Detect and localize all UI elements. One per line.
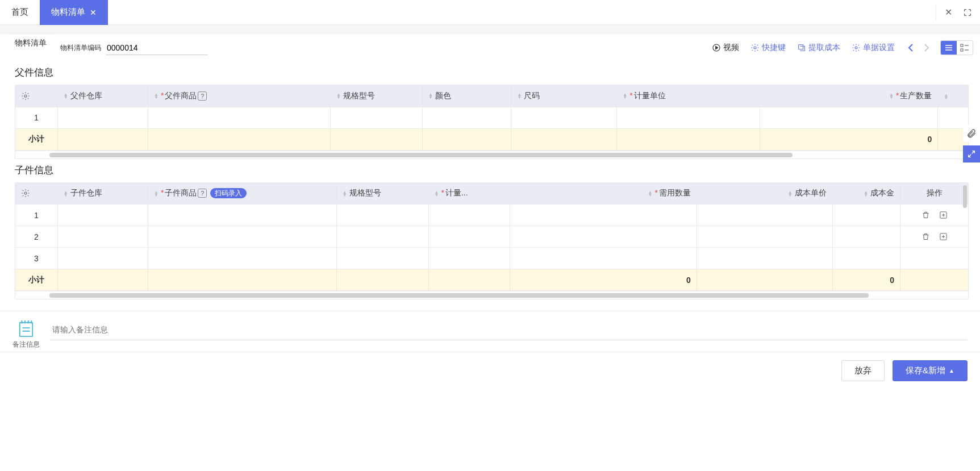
tabs-bar: 首页 物料清单 ✕ ✕ [0,0,980,25]
child-col-warehouse[interactable]: ▲▼子件仓库 [57,183,148,205]
gear-icon [750,43,760,52]
svg-rect-4 [961,44,963,47]
parent-col-warehouse[interactable]: ▲▼父件仓库 [57,85,148,107]
add-row-icon[interactable] [939,232,948,241]
gear-icon [21,189,30,198]
sort-icon: ▲▼ [864,191,868,197]
child-col-op: 操作 [900,183,968,205]
child-col-unit[interactable]: ▲▼*计量... [428,183,510,205]
svg-point-3 [855,47,857,49]
fullscreen-icon[interactable] [960,5,975,20]
action-bar: 放弃 保存&新增 ▲ [0,352,980,389]
video-link[interactable]: 视频 [712,43,739,53]
delete-row-icon[interactable] [921,232,930,241]
close-all-icon[interactable]: ✕ [936,5,956,20]
sort-icon: ▲▼ [154,191,159,197]
prev-record-button[interactable] [905,42,916,53]
view-toggle [940,40,973,55]
parent-table: ▲▼父件仓库 ▲▼*父件商品? ▲▼规格型号 ▲▼颜色 ▲▼尺码 ▲▼*计量单位… [15,85,969,159]
sort-icon: ▲▼ [64,93,68,99]
bom-code-input[interactable] [106,41,208,55]
next-record-button[interactable] [921,42,932,53]
svg-rect-5 [961,49,963,51]
parent-section-title: 父件信息 [15,61,969,85]
page-title: 物料清单 [7,35,55,52]
close-icon[interactable]: ✕ [90,8,97,17]
svg-point-6 [24,95,27,97]
parent-col-extra[interactable]: ▲▼ [938,85,968,107]
parent-col-size[interactable]: ▲▼尺码 [511,85,617,107]
child-subtotal-row: 小计 0 0 [15,269,968,291]
right-rail [963,125,980,162]
parent-hscroll[interactable] [15,151,968,159]
svg-point-7 [24,192,27,194]
help-icon[interactable]: ? [198,189,207,198]
divider [0,25,980,34]
sort-icon: ▲▼ [517,93,522,99]
remarks-section: 备注信息 [0,311,980,352]
discard-button[interactable]: 放弃 [841,360,885,381]
parent-gear-header[interactable] [15,85,57,107]
svg-point-1 [754,47,756,49]
tab-home[interactable]: 首页 [0,0,40,25]
sort-icon: ▲▼ [788,191,793,197]
scan-entry-badge[interactable]: 扫码录入 [210,188,247,198]
tab-bom[interactable]: 物料清单 ✕ [40,0,108,25]
sort-icon: ▲▼ [343,191,347,197]
parent-col-spec[interactable]: ▲▼规格型号 [331,85,423,107]
child-col-costamt[interactable]: ▲▼成本金 [832,183,900,205]
notes-icon [18,319,35,337]
child-table: ▲▼子件仓库 ▲▼*子件商品?扫码录入 ▲▼规格型号 ▲▼*计量... ▲▼*需… [15,182,969,300]
sort-icon: ▲▼ [648,191,652,197]
child-section-title: 子件信息 [15,159,969,182]
child-vscroll[interactable] [963,185,967,208]
table-row[interactable]: 1 [15,205,968,226]
sort-icon: ▲▼ [944,94,948,99]
play-icon [712,43,721,52]
expand-button[interactable] [963,145,980,162]
list-view-button[interactable] [941,41,957,55]
extract-icon [797,43,806,52]
parent-col-color[interactable]: ▲▼颜色 [422,85,511,107]
svg-rect-10 [20,323,33,336]
sort-icon: ▲▼ [154,93,159,99]
save-add-button[interactable]: 保存&新增 ▲ [893,360,968,381]
delete-row-icon[interactable] [921,211,930,219]
table-row[interactable]: 2 [15,226,968,248]
child-gear-header[interactable] [15,183,57,205]
extract-cost-link[interactable]: 提取成本 [797,43,840,53]
parent-col-product[interactable]: ▲▼*父件商品? [148,85,331,107]
tab-bom-label: 物料清单 [51,7,85,18]
parent-col-unit[interactable]: ▲▼*计量单位 [617,85,760,107]
add-row-icon[interactable] [939,211,948,219]
sort-icon: ▲▼ [623,93,627,99]
sort-icon: ▲▼ [435,191,439,197]
remarks-input[interactable] [50,319,968,340]
parent-subtotal-row: 小计 0 [15,128,968,150]
card-view-button[interactable] [957,41,973,55]
table-row[interactable]: 1 [15,107,968,128]
table-row[interactable]: 3 [15,248,968,269]
chevron-up-icon: ▲ [949,368,954,374]
parent-col-qty[interactable]: ▲▼*生产数量 [760,85,938,107]
sort-icon: ▲▼ [428,93,433,99]
sort-icon: ▲▼ [64,191,68,197]
shortcut-link[interactable]: 快捷键 [750,43,786,53]
sort-icon: ▲▼ [336,93,341,99]
child-col-spec[interactable]: ▲▼规格型号 [336,183,428,205]
attachment-button[interactable] [963,125,980,142]
child-col-product[interactable]: ▲▼*子件商品?扫码录入 [148,183,337,205]
gear-icon [21,91,30,101]
child-col-costprice[interactable]: ▲▼成本单价 [697,183,832,205]
bom-code-label: 物料清单编码 [60,43,101,53]
child-hscroll[interactable] [15,291,968,299]
gear-icon [852,43,861,52]
help-icon[interactable]: ? [198,91,207,101]
header-toolbar: 物料清单 物料清单编码 视频 快捷键 提取成本 单据设置 [0,34,980,61]
doc-settings-link[interactable]: 单据设置 [852,43,895,53]
sort-icon: ▲▼ [889,93,894,99]
svg-rect-2 [799,45,803,49]
child-col-needqty[interactable]: ▲▼*需用数量 [510,183,697,205]
